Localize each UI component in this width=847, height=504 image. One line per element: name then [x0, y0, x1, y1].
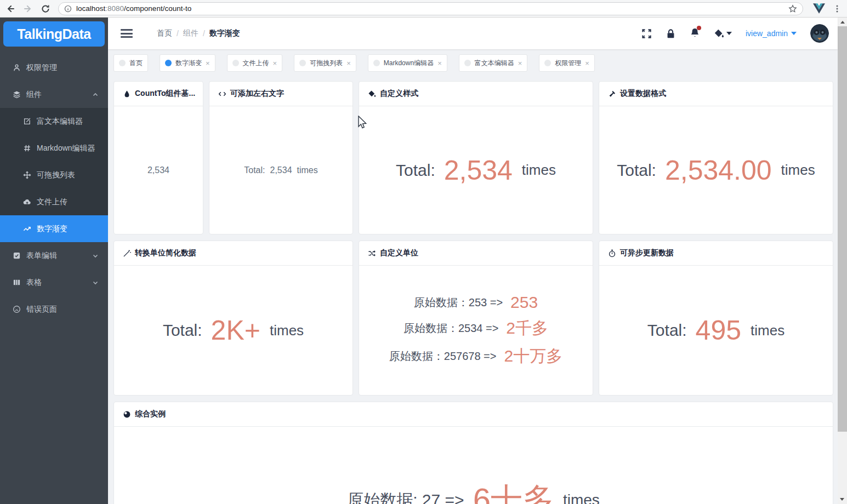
card-title: 自定义样式: [380, 89, 418, 99]
card-countto-basic: CountTo组件基... 2,534: [113, 81, 203, 234]
card-header: 设置数据格式: [599, 82, 833, 106]
close-icon[interactable]: ×: [206, 60, 210, 67]
avatar[interactable]: [810, 24, 829, 43]
tag-dot-icon: [464, 60, 471, 66]
sidebar-item-file-upload[interactable]: 文件上传: [0, 188, 108, 215]
count-value: 2,534: [147, 165, 169, 175]
caret-down-icon: [726, 32, 732, 35]
tag-draggable-list[interactable]: 可拖拽列表×: [294, 54, 356, 72]
unit-example-row: 原始数据：2534 => 2千多: [403, 317, 548, 340]
card-header: CountTo组件基...: [114, 82, 203, 106]
avatar-image: [810, 24, 829, 43]
tag-dot-icon: [299, 60, 306, 66]
close-icon[interactable]: ×: [346, 60, 351, 67]
planet-icon: [123, 410, 131, 419]
count-value: 2十万多: [504, 345, 562, 368]
card-left-right-text: 可添加左右文字 Total:2,534times: [209, 81, 353, 234]
browser-menu-icon[interactable]: [833, 4, 842, 13]
close-icon[interactable]: ×: [585, 60, 589, 67]
move-arrows-icon: [23, 171, 31, 179]
raw-data-label: 原始数据：253 =>: [414, 295, 503, 310]
notifications-button[interactable]: [690, 27, 700, 40]
card-body: 2,534: [114, 106, 203, 234]
back-icon[interactable]: [5, 4, 15, 14]
sidebar-toggle-icon[interactable]: [121, 29, 133, 38]
sidebar-item-permission[interactable]: 权限管理: [0, 54, 108, 81]
breadcrumb-components[interactable]: 组件: [183, 28, 198, 38]
card-title: 可添加左右文字: [230, 89, 284, 99]
reload-icon[interactable]: [41, 4, 50, 14]
opened-tags-bar: 首页 数字渐变× 文件上传× 可拖拽列表× Markdown编辑器× 富文本编辑…: [108, 49, 838, 77]
count-value: 2千多: [506, 317, 548, 340]
tag-file-upload[interactable]: 文件上传×: [227, 54, 283, 72]
tag-dot-icon: [544, 60, 551, 66]
tag-markdown[interactable]: Markdown编辑器×: [368, 54, 447, 72]
person-icon: [13, 64, 21, 72]
sidebar-item-label: Markdown编辑器: [37, 144, 95, 153]
card-header: 可异步更新数据: [599, 241, 833, 266]
card-custom-unit: 自定义单位 原始数据：253 => 253 原始数据：2534 => 2千多: [359, 240, 593, 396]
fullscreen-icon[interactable]: [641, 28, 652, 39]
count-value: 2K+: [211, 314, 260, 346]
count-prefix: Total:: [396, 161, 435, 180]
tag-label: 首页: [129, 59, 143, 68]
tag-dot-icon: [373, 60, 380, 66]
page-info-icon[interactable]: [64, 5, 72, 13]
count-line: Total: 2K+ times: [163, 314, 304, 346]
user-menu[interactable]: iview_admin: [746, 29, 797, 38]
cards-row-1: CountTo组件基... 2,534 可添加左右文字 Total:2,534t…: [113, 81, 833, 234]
card-title: CountTo组件基...: [135, 89, 195, 99]
card-data-format: 设置数据格式 Total: 2,534.00 times: [599, 81, 833, 234]
card-body: Total: 495 times: [599, 266, 833, 395]
sidebar-item-label: 可拖拽列表: [37, 170, 75, 180]
scrollbar-down-arrow[interactable]: [840, 498, 844, 501]
close-icon[interactable]: ×: [437, 60, 442, 67]
stopwatch-icon: [608, 249, 616, 257]
page-scrollbar[interactable]: [838, 18, 847, 504]
count-prefix: Total:: [163, 321, 202, 340]
sidebar-item-form-editor[interactable]: 表单编辑: [0, 242, 108, 269]
tag-dot-icon: [232, 60, 239, 66]
bookmark-star-icon[interactable]: [788, 4, 797, 13]
close-icon[interactable]: ×: [273, 60, 277, 67]
talkingdata-logo: TalkingData: [3, 21, 105, 47]
tag-label: 权限管理: [555, 59, 581, 68]
layers-icon: [13, 90, 21, 99]
logo-text: TalkingData: [17, 26, 90, 42]
tag-label: 富文本编辑器: [475, 59, 514, 68]
sidebar-item-count-to[interactable]: 数字渐变: [0, 215, 108, 242]
sidebar-item-rich-editor[interactable]: 富文本编辑器: [0, 108, 108, 135]
card-header: 可添加左右文字: [209, 82, 353, 106]
count-line: Total: 495 times: [647, 314, 785, 346]
sidebar-item-markdown[interactable]: Markdown编辑器: [0, 135, 108, 162]
address-bar[interactable]: localhost:8080/component/count-to: [58, 2, 803, 15]
count-suffix: times: [522, 162, 556, 179]
card-unit-simplify: 转换单位简化数据 Total: 2K+ times: [113, 240, 353, 396]
breadcrumb-home[interactable]: 首页: [157, 28, 172, 38]
notification-badge: [697, 26, 701, 30]
tag-permission[interactable]: 权限管理×: [539, 54, 595, 72]
sidebar-item-components[interactable]: 组件: [0, 81, 108, 108]
count-value: 6十多: [473, 479, 554, 504]
sidebar: TalkingData 权限管理 组件 富文本编辑器 Markdown编辑器: [0, 18, 108, 504]
tag-rich-editor[interactable]: 富文本编辑器×: [459, 54, 528, 72]
paint-bucket-icon: [714, 28, 724, 39]
sidebar-item-table[interactable]: 表格: [0, 269, 108, 296]
sad-face-icon: [13, 305, 21, 313]
code-icon: [218, 90, 226, 98]
count-prefix: Total:: [647, 321, 687, 340]
vue-devtools-icon[interactable]: [813, 3, 825, 14]
paint-bucket-icon: [368, 90, 376, 98]
sidebar-item-error-pages[interactable]: 错误页面: [0, 296, 108, 323]
theme-switch-button[interactable]: [714, 28, 732, 39]
lock-icon[interactable]: [666, 28, 676, 39]
forward-icon[interactable]: [23, 4, 33, 14]
sidebar-item-draggable-list[interactable]: 可拖拽列表: [0, 162, 108, 188]
chevron-up-icon: [93, 92, 98, 98]
tag-home[interactable]: 首页: [113, 54, 148, 72]
tag-count-to[interactable]: 数字渐变×: [160, 54, 215, 72]
close-icon[interactable]: ×: [518, 60, 522, 67]
scrollbar-thumb[interactable]: [838, 26, 847, 432]
scrollbar-up-arrow[interactable]: [838, 18, 847, 26]
card-body: 原始数据：253 => 253 原始数据：2534 => 2千多 原始数据：25…: [359, 266, 593, 395]
